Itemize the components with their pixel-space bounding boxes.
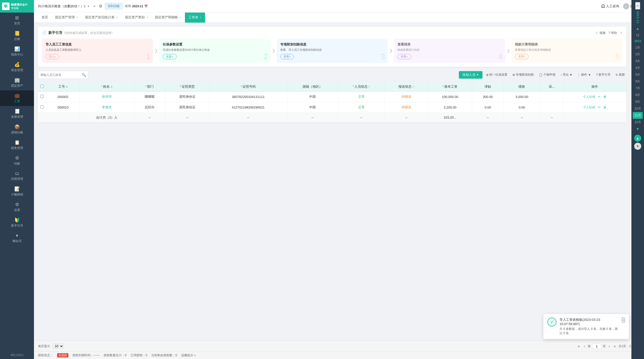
tax-report-btn[interactable]: 📋 个税申报 <box>537 72 557 78</box>
cell-action-1[interactable]: 个人社保 ✏ 🗑 <box>563 91 626 102</box>
scroll-up-btn[interactable]: ▲ <box>634 135 641 142</box>
sidebar-item-fixed-assets[interactable]: 🏢 固定资产 <box>0 75 34 90</box>
employee-name-link-1[interactable]: 徐泽华 <box>102 95 112 98</box>
add-account-btn[interactable]: ＋ <box>92 4 96 9</box>
th-status[interactable]: 人员状态 <box>338 82 385 92</box>
sidebar-item-reports[interactable]: 📊 报表中心 <box>0 44 34 59</box>
tab-home[interactable]: 首页 <box>38 13 52 23</box>
th-employee-id[interactable]: 工号 <box>47 82 80 92</box>
social-insurance-btn[interactable]: ⊕ 统一社保设置 <box>485 72 509 78</box>
calendar-month-11[interactable]: 11月 <box>633 112 643 119</box>
search-input[interactable] <box>40 73 81 77</box>
calendar-month-1[interactable]: 1月 <box>633 44 643 51</box>
calendar-month-3[interactable]: 3月 <box>633 58 643 65</box>
service-btn[interactable]: 🎧 人工咨询 <box>601 4 619 9</box>
sidebar-item-invoice[interactable]: 🧾 发票管理 <box>0 106 34 122</box>
sidebar-item-member[interactable]: ♦ 畅会员 <box>0 230 34 246</box>
calendar-month-2[interactable]: 2月 <box>633 51 643 58</box>
sidebar-item-salary[interactable]: 💼 工资 <box>0 90 34 106</box>
sidebar-item-guide[interactable]: 🔰 新手引导 <box>0 215 34 230</box>
tab-fixed-detail[interactable]: 固定资产明细账 × <box>151 13 185 23</box>
calendar-month-9[interactable]: 9月 <box>633 98 643 105</box>
page-input[interactable] <box>592 344 601 349</box>
guide-step-4-btn[interactable]: 查看> <box>397 54 411 59</box>
sidebar-item-finance[interactable]: 💰 资金管理 <box>0 59 34 75</box>
personal-social-btn-1[interactable]: 个人社保 <box>582 94 596 99</box>
first-page-btn[interactable]: « <box>577 344 581 349</box>
sidebar-item-home[interactable]: ⊞ 首页 <box>0 13 34 28</box>
personal-social-btn-2[interactable]: 个人社保 <box>582 105 596 110</box>
calendar-month-4[interactable]: 4月 <box>633 65 643 71</box>
sidebar-item-settings[interactable]: ⚙ 设置 <box>0 199 34 215</box>
select-all-checkbox[interactable] <box>41 85 44 88</box>
switch-old-version-btn[interactable]: 切到旧版 <box>105 3 123 9</box>
prev-page-btn[interactable]: ‹ <box>583 344 586 349</box>
delete-btn-1[interactable]: 🗑 <box>602 94 608 99</box>
calendar-month-8[interactable]: 8月 <box>633 92 643 98</box>
tab-fixed-assets[interactable]: 固定资产管理 × <box>52 13 82 23</box>
row-checkbox-1[interactable] <box>38 91 47 102</box>
cell-name-2[interactable]: 李俊杰 <box>79 102 134 113</box>
tab-fixed-category[interactable]: 固定资产类别 × <box>122 13 151 23</box>
calendar-month-12-prev[interactable]: 12 <box>633 32 643 38</box>
sidebar-item-ledger[interactable]: 📒 总账 <box>0 28 34 44</box>
sidebar-item-close[interactable]: ⚙ 结账 <box>0 153 34 168</box>
archive-icon: 🗂 <box>15 171 19 176</box>
tab-close-fixed-detail[interactable]: × <box>180 16 181 19</box>
last-page-btn[interactable]: » <box>613 344 617 349</box>
employee-name-link-2[interactable]: 李俊杰 <box>102 105 112 109</box>
unpin-sidebar-btn[interactable]: ◀取消固定 <box>0 351 34 359</box>
guide-close-btn[interactable]: × <box>620 31 622 35</box>
guide-step-5-btn[interactable]: 查看> <box>515 54 529 59</box>
th-checkbox[interactable] <box>38 82 47 92</box>
tab-close-fixed-depreciation[interactable]: × <box>116 16 118 19</box>
addon-deduction-btn[interactable]: ⊕ 专项附加扣除 <box>511 72 535 78</box>
calendar-collapse-btn[interactable]: « <box>635 2 640 10</box>
calendar-month-10[interactable]: 10月 <box>633 105 643 112</box>
calendar-month-nav-down[interactable]: ▼ <box>633 126 643 133</box>
operation-btn[interactable]: ⋮ 操作 ▼ <box>576 72 592 78</box>
sidebar-item-purchase[interactable]: 📦 进销台账 <box>0 122 34 137</box>
export-btn[interactable]: ↑ 导出 ▼ <box>559 72 574 78</box>
delete-btn-2[interactable]: 🗑 <box>602 105 608 110</box>
tab-close-salary[interactable]: × <box>200 16 202 19</box>
tab-close-fixed-category[interactable]: × <box>146 16 148 19</box>
tab-salary[interactable]: 工资表 × <box>185 13 205 23</box>
row-checkbox-2[interactable] <box>38 102 47 113</box>
th-report-status[interactable]: 报送状态 <box>385 82 428 92</box>
calendar-month-7[interactable]: 7月 <box>633 85 643 92</box>
sidebar-item-archive[interactable]: 🗂 归档管理 <box>0 168 34 184</box>
calendar-year-2023[interactable]: 2023 <box>633 38 643 44</box>
refresh-btn[interactable]: ↻ 刷新 <box>614 72 626 78</box>
calendar-month-12[interactable]: 12月 <box>633 119 643 126</box>
guide-btn[interactable]: ? 新手引导 <box>594 72 612 78</box>
toast-close-btn[interactable]: × <box>622 318 625 323</box>
sidebar-item-expense[interactable]: 📝 小畅报销 <box>0 184 34 199</box>
scroll-down-btn[interactable]: ▼ <box>634 143 641 150</box>
calendar-month-nav-up[interactable]: ▲ <box>633 25 643 32</box>
video-link[interactable]: ▷ 视频 <box>595 31 605 35</box>
tab-fixed-depreciation[interactable]: 固定资产折旧统计表 × <box>82 13 121 23</box>
row-1-checkbox[interactable] <box>41 95 44 98</box>
cell-action-2[interactable]: 个人社保 ✏ 🗑 <box>563 102 626 113</box>
help-link[interactable]: ? 帮助 <box>609 31 617 35</box>
guide-step-2-btn[interactable]: 设置> <box>163 54 176 59</box>
guide-step-3-btn[interactable]: 查看> <box>280 54 294 59</box>
cell-name-1[interactable]: 徐泽华 <box>79 91 134 102</box>
calendar-month-6[interactable]: 6月 <box>633 78 643 85</box>
page-size-select[interactable]: 10 20 50 <box>53 343 64 349</box>
search-input-wrap[interactable]: 🔍 <box>38 71 88 79</box>
edit-btn-1[interactable]: ✏ <box>597 94 601 99</box>
th-name[interactable]: 姓名 <box>79 82 134 92</box>
calendar-icon[interactable]: 📅 <box>144 5 148 8</box>
add-person-btn[interactable]: 添加人员 ▼ <box>459 71 482 79</box>
edit-btn-2[interactable]: ✏ <box>597 105 601 110</box>
settings-gear-btn[interactable]: ⚙ <box>99 4 102 9</box>
sidebar-item-tax[interactable]: 📋 税务管理 <box>0 137 34 153</box>
tab-close-fixed-assets[interactable]: × <box>76 16 78 19</box>
account-selector[interactable]: 刘小艳演示账套（勿删勿动！）1 ▼ <box>38 4 90 9</box>
next-page-btn[interactable]: › <box>607 344 611 349</box>
row-2-checkbox[interactable] <box>41 105 44 109</box>
guide-step-1-btn[interactable]: 导入> <box>46 54 59 59</box>
calendar-month-5[interactable]: 5月 <box>633 71 643 78</box>
